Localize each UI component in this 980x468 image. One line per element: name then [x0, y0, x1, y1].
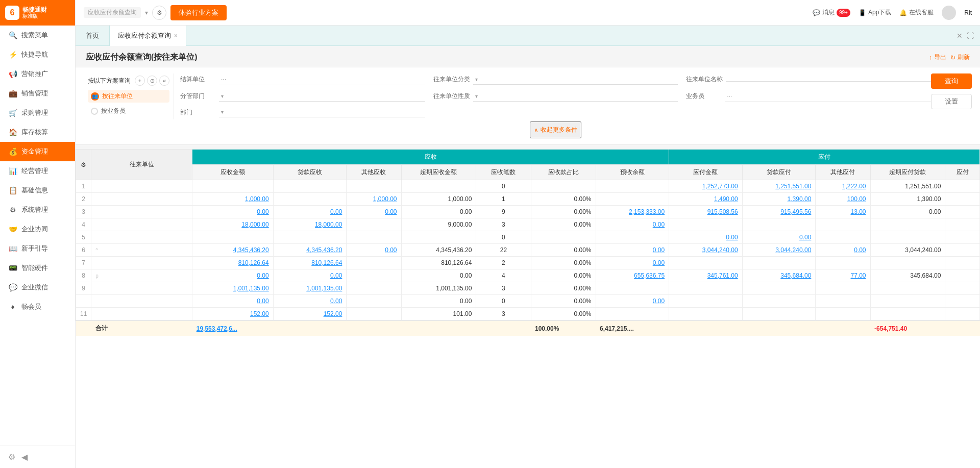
- sidebar-item-hardware[interactable]: 📟 智能硬件: [0, 258, 75, 278]
- sidebar-item-sales[interactable]: 💼 销售管理: [0, 84, 75, 103]
- cell-ar-count: 0: [476, 180, 531, 193]
- cell-ar-overdue: 0.00: [401, 206, 476, 218]
- filter-row: 按以下方案查询 + ⊙ « 👥 按往来单位: [84, 73, 972, 138]
- filter-settings-button[interactable]: ⊙: [147, 76, 157, 86]
- cell-ar-other: 0.00: [347, 244, 401, 257]
- partner-name-input[interactable]: [726, 77, 931, 82]
- message-action[interactable]: 💬 消息 99+: [813, 8, 850, 17]
- cell-ar-other: [347, 218, 401, 231]
- footer-ar-ratio: 100.00%: [531, 321, 596, 336]
- cell-prepay: 655,636.75: [596, 269, 669, 282]
- footer-ar-amount[interactable]: 19,553,472,6...: [192, 321, 273, 336]
- page-actions: ↑ 导出 ↻ 刷新: [929, 53, 970, 62]
- cell-prepay: 0.00: [596, 257, 669, 269]
- cell-ar-amount: 0.00: [192, 295, 273, 308]
- cell-prepay: 0.00: [596, 295, 669, 308]
- cell-ar-loan: [273, 180, 347, 193]
- cell-ap-other: [816, 257, 870, 269]
- sidebar-collapse-icon[interactable]: ◀: [21, 452, 28, 462]
- footer-ar-loan: [273, 321, 347, 336]
- settlement-unit-input[interactable]: ···: [219, 73, 425, 85]
- cell-ar-count: 3: [476, 218, 531, 231]
- footer-ar-count: [476, 321, 531, 336]
- tab-maximize-icon[interactable]: ⛶: [967, 32, 974, 40]
- filter-option-salesman[interactable]: 按业务员: [88, 105, 169, 117]
- salesman-input[interactable]: ···: [725, 90, 931, 102]
- table-row: 0.00 0.00 0.00 0 0.00% 0.00: [76, 295, 980, 308]
- sidebar-item-search[interactable]: 🔍 搜索菜单: [0, 26, 75, 45]
- cell-ap-loan: 0.00: [742, 231, 816, 244]
- th-ar-overdue: 超期应收金额: [401, 165, 476, 180]
- partner-category-input[interactable]: ▾: [473, 75, 678, 85]
- cell-ar-loan: 0.00: [273, 295, 347, 308]
- header-right: 💬 消息 99+ 📱 App下载 🔔 在线客服 Rit: [813, 6, 972, 20]
- cell-ar-amount: [192, 231, 273, 244]
- filter-option-partner[interactable]: 👥 按往来单位: [88, 90, 169, 103]
- sidebar-item-basic[interactable]: 📋 基础信息: [0, 181, 75, 200]
- download-icon: 📱: [859, 9, 866, 16]
- tab-active-receivable[interactable]: 应收应付余额查询 ×: [110, 26, 186, 46]
- sidebar-item-purchase[interactable]: 🛒 采购管理: [0, 103, 75, 122]
- division-input[interactable]: ▾: [219, 107, 425, 117]
- filter-fields-container: 结算单位 ··· 往来单位分类 ▾ 往来单位名称: [180, 73, 931, 138]
- cell-ar-ratio: [531, 180, 596, 193]
- sidebar-item-guide[interactable]: 📖 新手引导: [0, 239, 75, 258]
- sidebar-item-collab[interactable]: 🤝 企业协同: [0, 219, 75, 239]
- filter-add-button[interactable]: +: [135, 76, 145, 86]
- sidebar-item-member[interactable]: ♦ 畅会员: [0, 297, 75, 316]
- sidebar-item-operations[interactable]: 📊 经营管理: [0, 161, 75, 181]
- sidebar-settings-icon[interactable]: ⚙: [8, 452, 15, 462]
- cell-ar-ratio: 0.00%: [531, 295, 596, 308]
- footer-ap-x: [945, 321, 980, 336]
- sidebar-item-funds[interactable]: 💰 资金管理: [0, 142, 75, 161]
- cell-ap-amount: [669, 295, 743, 308]
- tab-close-window-icon[interactable]: ✕: [957, 32, 963, 40]
- cell-ap-overdue: [870, 308, 945, 321]
- user-avatar[interactable]: [942, 6, 956, 20]
- app-download-action[interactable]: 📱 App下载: [859, 8, 891, 17]
- cell-ap-overdue: [870, 282, 945, 295]
- breadcrumb-arrow-icon[interactable]: ▾: [145, 9, 148, 16]
- th-ap-other: 其他应付: [816, 165, 870, 180]
- cell-ap-other: 100.00: [816, 193, 870, 206]
- gear-button[interactable]: ⚙: [152, 6, 166, 20]
- set-button[interactable]: 设置: [931, 94, 972, 109]
- collapse-button[interactable]: ∧ 收起更多条件: [530, 121, 581, 138]
- cell-ar-amount: 1,001,135.00: [192, 282, 273, 295]
- cell-ar-other: [347, 257, 401, 269]
- cell-ap-overdue: [870, 295, 945, 308]
- trial-button[interactable]: 体验行业方案: [170, 5, 227, 20]
- cell-ar-other: 1,000.00: [347, 193, 401, 206]
- cell-ar-overdue: 9,000.00: [401, 218, 476, 231]
- th-settings[interactable]: ⚙: [76, 150, 91, 180]
- partner-nature-input[interactable]: ▾: [473, 91, 678, 102]
- cell-ap-x: [945, 282, 980, 295]
- export-button[interactable]: ↑ 导出: [929, 53, 946, 62]
- refresh-button[interactable]: ↻ 刷新: [950, 53, 970, 62]
- cell-ap-loan: [742, 282, 816, 295]
- sidebar-item-marketing[interactable]: 📢 营销推广: [0, 64, 75, 84]
- sidebar-item-system[interactable]: ⚙ 系统管理: [0, 200, 75, 219]
- cell-ar-overdue: 1,001,135.00: [401, 282, 476, 295]
- table-row: 7 810,126.64 810,126.64 810,126.64 2 0.0…: [76, 257, 980, 269]
- cell-no: 7: [76, 257, 91, 269]
- filter-field-dept: 分管部门 ▾: [180, 90, 425, 102]
- cell-ar-count: 4: [476, 269, 531, 282]
- cell-ar-ratio: [531, 231, 596, 244]
- cell-ar-overdue: 0.00: [401, 269, 476, 282]
- th-ar-loan: 贷款应收: [273, 165, 347, 180]
- cell-ar-loan: 4,345,436.20: [273, 244, 347, 257]
- cell-ar-count: 0: [476, 295, 531, 308]
- cell-ap-overdue: 3,044,240.00: [870, 244, 945, 257]
- filter-collapse-button[interactable]: «: [159, 76, 169, 86]
- query-button[interactable]: 查询: [931, 73, 972, 89]
- tab-home[interactable]: 首页: [76, 26, 110, 46]
- cell-no: 6: [76, 244, 91, 257]
- tab-close-icon[interactable]: ×: [174, 32, 178, 39]
- sidebar-item-wechat[interactable]: 💬 企业微信: [0, 278, 75, 297]
- dept-input[interactable]: ▾: [219, 91, 425, 102]
- cell-ar-count: 3: [476, 308, 531, 321]
- sidebar-item-inventory[interactable]: 🏠 库存核算: [0, 122, 75, 142]
- online-service-action[interactable]: 🔔 在线客服: [899, 8, 934, 17]
- sidebar-item-quicknav[interactable]: ⚡ 快捷导航: [0, 45, 75, 64]
